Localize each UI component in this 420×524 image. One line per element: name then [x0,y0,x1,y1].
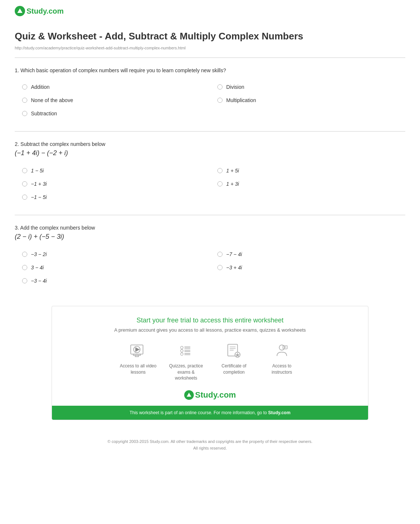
question-2-options: 1 − 5i 1 + 5i −1 + 3i 1 + 3i −1 − 5i [15,164,405,204]
promo-logo: Study.com [59,390,361,400]
feature-quizzes: Quizzes, practice exams & worksheets [168,342,204,381]
option-q1-multiplication[interactable]: Multiplication [210,94,405,107]
video-lessons-icon [129,342,147,360]
footer: © copyright 2003-2015 Study.com. All oth… [0,431,420,459]
copyright-text: © copyright 2003-2015 Study.com. All oth… [15,439,405,445]
header: Study.com [0,0,420,19]
radio-q3-3minus4i[interactable] [22,265,27,270]
logo-text: Study.com [27,7,64,15]
radio-q1-addition[interactable] [22,84,27,90]
question-1-options: Addition Division None of the above Mult… [15,80,405,120]
promo-title: Start your free trial to access this ent… [59,317,361,324]
page-url: http://study.com/academy/practice/quiz-w… [0,44,420,57]
instructors-icon [273,342,291,360]
radio-q3-neg3plus4i[interactable] [217,265,223,270]
option-q2-1minus5i[interactable]: 1 − 5i [15,164,210,177]
radio-q2-1plus3i[interactable] [217,181,223,186]
feature-video-lessons-label: Access to all video lessons [120,363,157,375]
option-q3-neg3plus4i[interactable]: −3 + 4i [210,261,405,274]
feature-certificate-label: Certificate of completion [216,363,252,375]
page-title: Quiz & Worksheet - Add, Subtract & Multi… [15,30,405,43]
svg-point-10 [181,349,183,352]
promo-subtitle: A premium account gives you access to al… [59,327,361,333]
question-2-text: 2. Subtract the complex numbers below (−… [15,140,405,158]
radio-q1-subtraction[interactable] [22,111,27,116]
promo-box: Start your free trial to access this ent… [52,306,368,420]
rights-text: All rights reserved. [15,445,405,452]
logo: Study.com [15,6,405,16]
option-q1-subtraction[interactable]: Subtraction [15,107,210,120]
option-q3-3minus4i[interactable]: 3 − 4i [15,261,210,274]
svg-marker-27 [186,393,191,397]
option-q2-1plus5i[interactable]: 1 + 5i [210,164,405,177]
content: 1. Which basic operation of complex numb… [0,57,420,298]
option-q1-none[interactable]: None of the above [15,94,210,107]
feature-certificate: Certificate of completion [216,342,252,381]
option-q2-neg1minus5i[interactable]: −1 − 5i [15,191,210,204]
radio-q3-neg3minus4i[interactable] [22,278,27,283]
option-q2-1plus3i[interactable]: 1 + 3i [210,177,405,191]
promo-features: Access to all video lessons Quizzes, [59,342,361,381]
question-3: 3. Add the complex numbers below (2 − i)… [15,215,405,298]
question-1-text: 1. Which basic operation of complex numb… [15,67,405,74]
radio-q2-neg1plus3i[interactable] [22,181,27,186]
promo-banner: This worksheet is part of an online cour… [52,406,368,420]
certificate-icon [225,342,243,360]
svg-point-13 [181,353,183,355]
radio-q3-neg7minus4i[interactable] [217,252,223,257]
radio-q2-1minus5i[interactable] [22,168,27,173]
feature-video-lessons: Access to all video lessons [120,342,157,381]
radio-q1-division[interactable] [217,84,223,90]
radio-q2-1plus5i[interactable] [217,168,223,173]
option-q3-neg3minus4i[interactable]: −3 − 4i [15,274,210,287]
feature-quizzes-label: Quizzes, practice exams & worksheets [168,363,204,381]
svg-marker-0 [17,8,22,13]
option-q1-division[interactable]: Division [210,80,405,94]
promo-logo-icon [184,390,194,400]
question-3-text: 3. Add the complex numbers below (2 − i)… [15,224,405,242]
logo-icon [15,6,25,16]
radio-q1-multiplication[interactable] [217,98,223,103]
feature-instructors-label: Access to instructors [263,363,300,375]
option-q1-addition[interactable]: Addition [15,80,210,94]
option-q3-neg7minus4i[interactable]: −7 − 4i [210,248,405,261]
promo-logo-text: Study.com [195,390,236,400]
quizzes-icon [177,342,195,360]
question-3-options: −3 − 2i −7 − 4i 3 − 4i −3 + 4i −3 − 4i [15,248,405,287]
radio-q2-neg1minus5i[interactable] [22,195,27,200]
question-1: 1. Which basic operation of complex numb… [15,57,405,131]
radio-q3-neg3minus2i[interactable] [22,252,27,257]
promo-banner-link[interactable]: Study.com [268,410,290,415]
radio-q1-none[interactable] [22,98,27,103]
option-q2-neg1plus3i[interactable]: −1 + 3i [15,177,210,191]
svg-rect-23 [283,346,287,349]
svg-rect-3 [135,355,139,357]
page-title-section: Quiz & Worksheet - Add, Subtract & Multi… [0,19,420,44]
svg-point-7 [181,346,183,349]
option-q3-neg3minus2i[interactable]: −3 − 2i [15,248,210,261]
feature-instructors: Access to instructors [263,342,300,381]
question-2: 2. Subtract the complex numbers below (−… [15,131,405,215]
